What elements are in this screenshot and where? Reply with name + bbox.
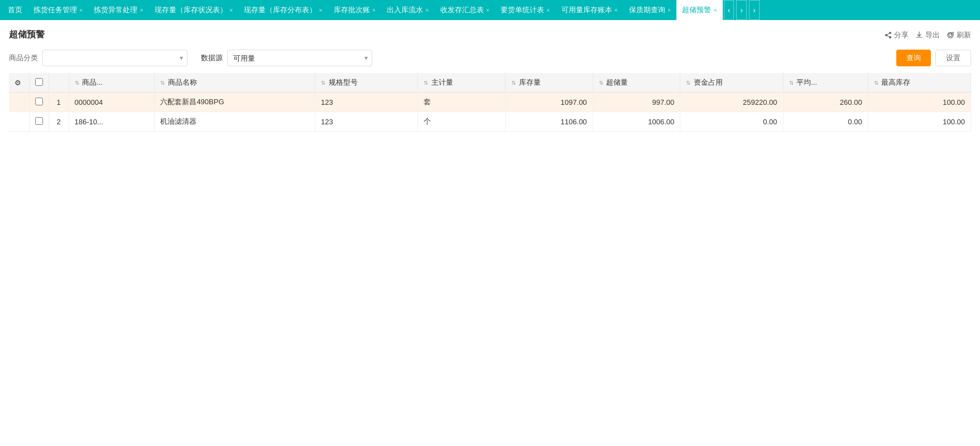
- nav-arrow-right[interactable]: ›: [736, 0, 747, 20]
- export-label: 导出: [925, 30, 940, 40]
- row-gear-cell: [9, 112, 29, 132]
- close-icon[interactable]: ×: [713, 7, 717, 13]
- row-spec: 123: [315, 112, 417, 132]
- sort-icon: ⇅: [599, 80, 603, 86]
- gear-column-header[interactable]: ⚙: [9, 73, 29, 93]
- row-checkbox-cell[interactable]: [29, 112, 49, 132]
- unit-col-label: 主计量: [431, 78, 453, 86]
- header-actions: 分享 导出 刷新: [884, 30, 971, 40]
- close-icon[interactable]: ×: [140, 7, 143, 13]
- avg-column-header[interactable]: ⇅ 平均...: [783, 73, 868, 93]
- row-unit: 套: [418, 93, 506, 112]
- nav-item-10[interactable]: 保质期查询 ×: [623, 0, 676, 20]
- row-unit: 个: [418, 112, 506, 132]
- page-header: 超储预警 分享 导出 刷新: [9, 29, 971, 41]
- nav-item-8[interactable]: 要货单统计表 ×: [495, 0, 555, 20]
- checkbox-column-header[interactable]: [29, 73, 49, 93]
- nav-arrow-more[interactable]: ›: [749, 0, 760, 20]
- nav-item-5-label: 库存批次账: [334, 5, 370, 15]
- row-checkbox-cell[interactable]: [29, 93, 49, 112]
- sort-icon: ⇅: [874, 80, 878, 86]
- row-num: 1: [49, 93, 69, 112]
- table-row[interactable]: 1 0000004 六配套新昌490BPG 123 套 1097.00 997.…: [9, 93, 971, 112]
- product-name-col-label: 商品名称: [168, 78, 197, 86]
- query-button[interactable]: 查询: [896, 50, 931, 66]
- nav-item-active[interactable]: 超储预警 ×: [676, 0, 722, 20]
- sort-icon: ⇅: [424, 80, 428, 86]
- row-capital: 0.00: [680, 112, 783, 132]
- close-icon[interactable]: ×: [546, 7, 550, 13]
- product-code-col-label: 商品...: [82, 78, 103, 86]
- row-avg: 260.00: [783, 93, 868, 112]
- page-title: 超储预警: [9, 29, 45, 41]
- nav-item-home-label: 首页: [8, 5, 22, 15]
- sort-icon: ⇅: [686, 80, 690, 86]
- nav-item-1[interactable]: 拣货任务管理 ×: [28, 0, 88, 20]
- nav-item-2-label: 拣货异常处理: [94, 5, 137, 15]
- filter-btn-group: 查询 设置: [896, 50, 971, 66]
- nav-item-6[interactable]: 出入库流水 ×: [381, 0, 434, 20]
- close-icon[interactable]: ×: [614, 7, 618, 13]
- nav-item-7[interactable]: 收发存汇总表 ×: [435, 0, 495, 20]
- sort-icon: ⇅: [789, 80, 794, 86]
- sort-icon: ⇅: [321, 80, 325, 86]
- refresh-button[interactable]: 刷新: [947, 30, 971, 40]
- close-icon[interactable]: ×: [319, 7, 322, 13]
- row-product-code: 186-10...: [69, 112, 155, 132]
- row-stock: 1106.00: [505, 112, 593, 132]
- close-icon[interactable]: ×: [425, 7, 429, 13]
- share-button[interactable]: 分享: [884, 30, 909, 40]
- filter-row: 商品分类 ▾ 数据源 可用量 现存量 ▾ 查询 设置: [9, 50, 971, 66]
- maxstock-column-header[interactable]: ⇅ 最高库存: [868, 73, 971, 93]
- nav-item-6-label: 出入库流水: [387, 5, 423, 15]
- nav-item-7-label: 收发存汇总表: [440, 5, 484, 15]
- nav-item-9[interactable]: 可用量库存账本 ×: [556, 0, 623, 20]
- settings-button[interactable]: 设置: [935, 50, 971, 66]
- category-select[interactable]: [42, 50, 188, 66]
- row-stock: 1097.00: [505, 93, 593, 112]
- spec-col-label: 规格型号: [329, 78, 358, 86]
- product-code-column-header[interactable]: ⇅ 商品...: [69, 73, 155, 93]
- row-overstock: 997.00: [593, 93, 680, 112]
- nav-item-3[interactable]: 现存量（库存状况表） ×: [149, 0, 238, 20]
- overstock-column-header[interactable]: ⇅ 超储量: [593, 73, 680, 93]
- nav-item-10-label: 保质期查询: [629, 5, 665, 15]
- select-all-checkbox[interactable]: [35, 78, 43, 86]
- sort-icon: ⇅: [160, 80, 165, 86]
- datasource-filter: 数据源 可用量 现存量 ▾: [201, 50, 372, 66]
- nav-item-4[interactable]: 现存量（库存分布表） ×: [238, 0, 328, 20]
- rownum-column-header: [49, 73, 69, 93]
- row-checkbox[interactable]: [35, 98, 43, 105]
- row-overstock: 1006.00: [593, 112, 680, 132]
- nav-item-2[interactable]: 拣货异常处理 ×: [88, 0, 148, 20]
- nav-item-active-label: 超储预警: [682, 5, 711, 15]
- table-row[interactable]: 2 186-10... 机油滤清器 123 个 1106.00 1006.00 …: [9, 112, 971, 132]
- unit-column-header[interactable]: ⇅ 主计量: [418, 73, 506, 93]
- category-select-wrap: ▾: [42, 50, 188, 66]
- product-name-column-header[interactable]: ⇅ 商品名称: [155, 73, 315, 93]
- close-icon[interactable]: ×: [372, 7, 376, 13]
- close-icon[interactable]: ×: [229, 7, 233, 13]
- row-product-name: 六配套新昌490BPG: [155, 93, 315, 112]
- nav-item-5[interactable]: 库存批次账 ×: [328, 0, 381, 20]
- close-icon[interactable]: ×: [667, 7, 671, 13]
- export-button[interactable]: 导出: [915, 30, 940, 40]
- row-avg: 0.00: [783, 112, 868, 132]
- close-icon[interactable]: ×: [79, 7, 83, 13]
- main-content: 超储预警 分享 导出 刷新 商品: [0, 20, 980, 446]
- datasource-select[interactable]: 可用量 现存量: [227, 50, 372, 66]
- capital-column-header[interactable]: ⇅ 资金占用: [680, 73, 783, 93]
- spec-column-header[interactable]: ⇅ 规格型号: [315, 73, 417, 93]
- nav-item-home[interactable]: 首页: [2, 0, 28, 20]
- share-label: 分享: [894, 30, 909, 40]
- stock-column-header[interactable]: ⇅ 库存量: [505, 73, 593, 93]
- close-icon[interactable]: ×: [486, 7, 489, 13]
- sort-icon: ⇅: [511, 80, 516, 86]
- row-checkbox[interactable]: [35, 117, 43, 125]
- table-body: 1 0000004 六配套新昌490BPG 123 套 1097.00 997.…: [9, 93, 971, 132]
- gear-icon: ⚙: [15, 79, 21, 87]
- row-spec: 123: [315, 93, 417, 112]
- nav-arrow-left[interactable]: ‹: [724, 0, 734, 20]
- avg-col-label: 平均...: [796, 78, 817, 86]
- nav-item-3-label: 现存量（库存状况表）: [155, 5, 227, 15]
